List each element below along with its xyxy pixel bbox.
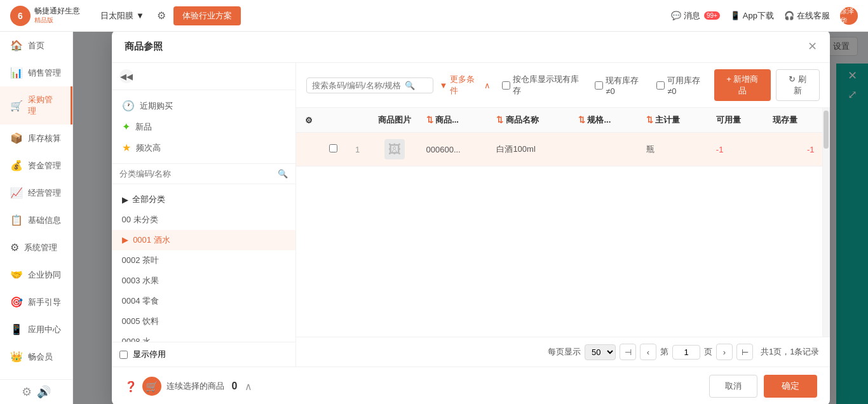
gear-icon[interactable]: ⚙ <box>157 10 166 22</box>
category-item-water[interactable]: 0008 水 <box>112 332 295 342</box>
message-icon: 💬 <box>671 11 681 20</box>
sidebar-item-enterprise[interactable]: 🤝 企业协同 <box>0 261 72 288</box>
available-stock-checkbox-input[interactable] <box>656 81 665 90</box>
confirm-button[interactable]: 确定 <box>764 375 817 398</box>
page-unit-label: 页 <box>704 346 712 358</box>
add-product-btn[interactable]: + 新增商品 <box>714 69 770 101</box>
modal-header: 商品参照 ✕ <box>112 32 830 63</box>
recent-icon: 🕐 <box>122 100 135 112</box>
first-page-icon: ⊣ <box>625 347 632 357</box>
category-item-snacks[interactable]: 0004 零食 <box>112 291 295 311</box>
col-header-code: ⇅ 商品... <box>419 108 489 133</box>
sort-code-icon[interactable]: ⇅ <box>426 115 433 125</box>
app-download-item[interactable]: 📱 App下载 <box>730 10 774 22</box>
online-service-item[interactable]: 🎧 在线客服 <box>784 10 830 22</box>
col-header-name: ⇅ 商品名称 <box>489 108 570 133</box>
sidebar-item-inventory[interactable]: 📦 库存核算 <box>0 125 72 152</box>
next-page-btn[interactable]: › <box>716 344 733 360</box>
quick-filter-new[interactable]: ✦ 新品 <box>112 116 295 137</box>
sidebar-item-home[interactable]: 🏠 首页 <box>0 32 72 59</box>
category-search-icon[interactable]: 🔍 <box>278 169 288 178</box>
modal-left-top: ◀◀ <box>112 63 295 90</box>
product-image: 🖼 <box>384 139 405 159</box>
home-icon: 🏠 <box>10 39 23 51</box>
first-page-btn[interactable]: ⊣ <box>620 344 636 360</box>
sidebar-item-system[interactable]: ⚙ 系统管理 <box>0 234 72 261</box>
user-item[interactable]: 徐泽华 <box>840 7 858 25</box>
messages-item[interactable]: 💬 消息 99+ <box>671 10 720 22</box>
product-table: ⚙ 商品图片 ⇅ 商品... <box>296 108 822 166</box>
col-header-stock: 现存量 <box>765 108 822 133</box>
modal-close-button[interactable]: ✕ <box>808 39 817 53</box>
sidebar-item-vip[interactable]: 👑 畅会员 <box>0 343 72 370</box>
checkbox-available-stock[interactable]: 可用库存≠0 <box>656 75 708 96</box>
collapse-left-btn[interactable]: ◀◀ <box>119 69 133 83</box>
row-checkbox[interactable] <box>322 133 345 166</box>
guide-icon: 🎯 <box>10 296 23 308</box>
settings-bottom-icon[interactable]: ⚙ <box>22 385 32 399</box>
prev-page-icon: ‹ <box>647 347 649 357</box>
quick-filter-recent[interactable]: 🕐 近期购买 <box>112 95 295 116</box>
row-num: 1 <box>345 133 370 166</box>
row-code: 000600... <box>419 133 489 166</box>
cancel-button[interactable]: 取消 <box>709 375 757 398</box>
per-page-select[interactable]: 50 <box>585 344 616 360</box>
checkbox-warehouse[interactable]: 按仓库显示现有库存 <box>502 74 585 97</box>
modal-footer: ❓ 🛒 连续选择的商品 0 ∧ 取消 确定 <box>112 367 830 404</box>
search-icon[interactable]: 🔍 <box>405 81 415 90</box>
category-search: 🔍 <box>112 164 295 184</box>
sort-name-icon[interactable]: ⇅ <box>496 115 503 125</box>
phone-icon: 📱 <box>730 11 740 20</box>
refresh-btn[interactable]: ↻ 刷新 <box>776 69 820 101</box>
modal-toolbar: 🔍 ▼ 更多条件 ∧ 按仓库显示现有库存 现 <box>296 63 830 108</box>
table-row[interactable]: 1 🖼 000600... 白酒100ml <box>296 133 822 166</box>
sidebar-item-sales[interactable]: 📊 销售管理 <box>0 59 72 86</box>
experience-btn[interactable]: 体验行业方案 <box>173 6 241 25</box>
category-all[interactable]: ▶ 全部分类 <box>112 189 295 210</box>
category-item-liquor[interactable]: ▶ 0001 酒水 <box>112 230 295 250</box>
category-item-tea[interactable]: 0002 茶叶 <box>112 250 295 271</box>
category-item-drinks[interactable]: 0005 饮料 <box>112 311 295 332</box>
page-number-input[interactable] <box>672 345 700 360</box>
category-item-uncategorized[interactable]: 00 未分类 <box>112 210 295 230</box>
quick-filter-frequent[interactable]: ★ 频次高 <box>112 137 295 158</box>
show-disabled-checkbox[interactable] <box>119 351 128 359</box>
sidebar-item-purchase[interactable]: 🛒 采购管理 <box>0 86 72 125</box>
col-header-img: 商品图片 <box>370 108 419 133</box>
header-right: 💬 消息 99+ 📱 App下载 🎧 在线客服 徐泽华 <box>671 7 858 25</box>
enterprise-icon: 🤝 <box>10 269 23 281</box>
help-icon[interactable]: ❓ <box>125 380 137 393</box>
quick-filters: 🕐 近期购买 ✦ 新品 ★ 频次高 <box>112 90 295 164</box>
all-arrow-icon: ▶ <box>122 195 128 205</box>
category-item-fruit[interactable]: 0003 水果 <box>112 271 295 291</box>
footer-collapse-icon[interactable]: ∧ <box>245 380 252 393</box>
warehouse-checkbox-input[interactable] <box>502 81 510 90</box>
info-icon: 📋 <box>10 214 23 226</box>
nav-dropdown[interactable]: 日太阳膜 ▼ <box>95 8 149 24</box>
row-checkbox-input[interactable] <box>329 144 337 152</box>
top-header: 6 畅捷通好生意 精品版 日太阳膜 ▼ ⚙ 体验行业方案 💬 消息 99+ 📱 … <box>0 0 868 32</box>
current-stock-checkbox-input[interactable] <box>595 81 603 90</box>
modal-title: 商品参照 <box>125 41 163 53</box>
row-stock: -1 <box>765 133 822 166</box>
sort-unit-icon[interactable]: ⇅ <box>646 115 653 125</box>
avatar: 徐泽华 <box>840 7 858 25</box>
category-search-input[interactable] <box>119 169 274 178</box>
next-page-icon: › <box>723 347 726 357</box>
sort-spec-icon[interactable]: ⇅ <box>578 115 585 125</box>
sidebar-item-finance[interactable]: 💰 资金管理 <box>0 152 72 179</box>
prev-page-btn[interactable]: ‹ <box>640 344 656 360</box>
col-header-num <box>345 108 370 133</box>
sidebar-item-business[interactable]: 📈 经营管理 <box>0 179 72 206</box>
sidebar-item-apps[interactable]: 📱 应用中心 <box>0 316 72 343</box>
table-scrollbar[interactable] <box>822 108 830 337</box>
sidebar-item-basic-info[interactable]: 📋 基础信息 <box>0 206 72 234</box>
sidebar-item-guide[interactable]: 🎯 新手引导 <box>0 288 72 316</box>
filter-btn[interactable]: ▼ 更多条件 ∧ <box>440 74 491 97</box>
product-search-input[interactable] <box>312 81 401 90</box>
logo-sub: 精品版 <box>34 16 80 25</box>
checkbox-current-stock[interactable]: 现有库存≠0 <box>595 75 646 96</box>
last-page-btn[interactable]: ⊢ <box>736 344 753 360</box>
business-icon: 📈 <box>10 187 23 199</box>
volume-icon[interactable]: 🔊 <box>37 385 51 399</box>
